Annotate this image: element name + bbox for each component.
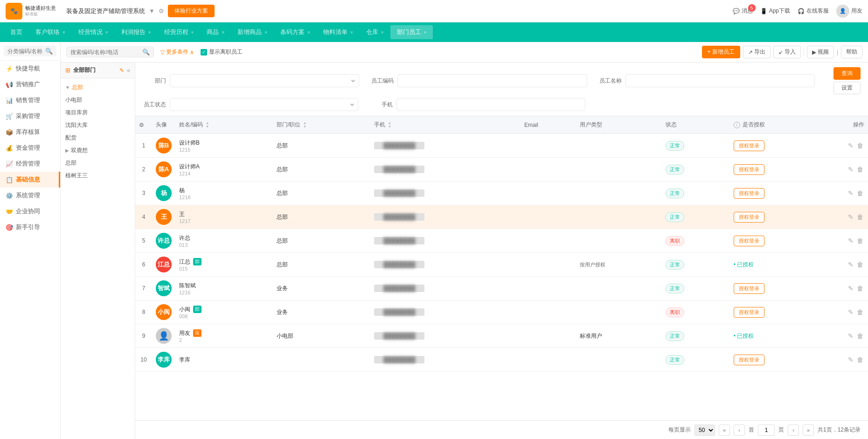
auth-login-btn[interactable]: 授权登录 [734, 236, 764, 246]
tab-operation[interactable]: 经营情况 × [72, 25, 115, 39]
dept-item-distribution[interactable]: 配货 [61, 132, 135, 144]
edit-btn[interactable]: ✎ [848, 261, 854, 268]
tab-profit[interactable]: 利润报告 × [115, 25, 158, 39]
name-sort[interactable]: ▲▼ [206, 121, 209, 129]
dept-collapse-btn[interactable]: « [127, 67, 130, 74]
settings-col-icon[interactable]: ⚙ [139, 122, 144, 128]
dept-item-small-elec[interactable]: 小电部 [61, 94, 135, 106]
app-download-btn[interactable]: 📱 App下载 [760, 7, 790, 15]
delete-btn[interactable]: 🗑 [857, 213, 863, 221]
col-phone: 手机 ▲▼ [370, 116, 521, 134]
dept-edit-icon[interactable]: ✎ [119, 67, 124, 74]
auth-login-btn[interactable]: 授权登录 [734, 355, 764, 365]
auth-info-icon[interactable]: i [734, 122, 740, 128]
prev-page-btn[interactable]: ‹ [734, 425, 745, 436]
search-btn[interactable]: 查询 [833, 67, 861, 80]
sidebar-item-inventory[interactable]: 📦 库存核算 [0, 124, 60, 140]
trial-btn[interactable]: 体验行业方案 [168, 5, 215, 17]
tab-barcode[interactable]: 条码方案 × [274, 25, 317, 39]
delete-btn[interactable]: 🗑 [857, 189, 863, 197]
tab-goods[interactable]: 商品 × [200, 25, 231, 39]
tab-customer[interactable]: 客户联络 × [29, 25, 72, 39]
edit-btn[interactable]: ✎ [848, 308, 854, 316]
service-btn[interactable]: 🎧 在线客服 [798, 7, 829, 15]
row-no: 7 [135, 277, 152, 300]
dept-sort[interactable]: ▲▼ [303, 121, 307, 129]
toolbar-right: + 新增员工 ↗ 导出 ↙ 导入 ▶ 视频 | 帮助 [702, 46, 862, 58]
tab-home[interactable]: 首页 [4, 25, 29, 39]
edit-btn[interactable]: ✎ [848, 356, 854, 363]
video-btn[interactable]: ▶ 视频 [807, 46, 834, 58]
sidebar-item-basic[interactable]: 📋 基础信息 [0, 172, 60, 188]
auth-login-btn[interactable]: 授权登录 [734, 307, 764, 318]
first-page-btn[interactable]: « [719, 425, 730, 436]
dept-item-shenyang[interactable]: 沈阳大库 [61, 119, 135, 132]
employee-name: 设计师B [179, 139, 200, 147]
sidebar-item-finance[interactable]: 💰 资金管理 [0, 140, 60, 156]
table-row: 4 王 王 1217 总部 ████████ 正常 授权登录 ✎ 🗑 [135, 205, 868, 229]
tab-employee[interactable]: 部门员工 × [390, 25, 433, 39]
dept-item-shuanglu[interactable]: ▶ 双鹿想 [61, 144, 135, 157]
auth-login-btn[interactable]: 授权登录 [734, 164, 764, 175]
export-btn[interactable]: ↗ 导出 [743, 46, 771, 58]
table-row: 3 杨 杨 1218 总部 ████████ 正常 授权登录 ✎ 🗑 [135, 181, 868, 205]
tab-history[interactable]: 经营历程 × [158, 25, 201, 39]
show-inactive-toggle[interactable]: ✓ 显示离职员工 [201, 48, 243, 56]
sidebar-item-sales[interactable]: 📊 销售管理 [0, 92, 60, 108]
emp-name-input[interactable] [625, 74, 815, 87]
sidebar-item-shortcut[interactable]: ⚡ 快捷导航 [0, 61, 60, 77]
delete-btn[interactable]: 🗑 [857, 285, 863, 292]
sidebar-item-purchase[interactable]: 🛒 采购管理 [0, 108, 60, 124]
search-input[interactable] [70, 49, 140, 56]
phone-input[interactable] [396, 98, 585, 111]
edit-btn[interactable]: ✎ [848, 142, 854, 149]
tab-bom[interactable]: 物料清单 × [317, 25, 360, 39]
delete-btn[interactable]: 🗑 [857, 332, 863, 340]
sidebar-item-collab[interactable]: 🤝 企业协同 [0, 203, 60, 219]
delete-btn[interactable]: 🗑 [857, 261, 863, 268]
dept-item-zhishu[interactable]: 植树王三 [61, 169, 135, 182]
import-btn[interactable]: ↙ 导入 [773, 46, 801, 58]
edit-btn[interactable]: ✎ [848, 285, 854, 292]
status-select[interactable] [170, 98, 358, 111]
edit-btn[interactable]: ✎ [848, 237, 854, 244]
edit-btn[interactable]: ✎ [848, 332, 854, 340]
title-dropdown-arrow[interactable]: ▼ [149, 7, 155, 14]
last-page-btn[interactable]: » [803, 425, 814, 436]
add-employee-btn[interactable]: + 新增员工 [702, 46, 740, 58]
sidebar-item-operation[interactable]: 📈 经营管理 [0, 156, 60, 172]
sidebar-item-system[interactable]: ⚙️ 系统管理 [0, 188, 60, 203]
dept-item-general[interactable]: ▼ 总部 [61, 81, 135, 94]
auth-login-btn[interactable]: 授权登录 [734, 212, 764, 223]
auth-login-btn[interactable]: 授权登录 [734, 188, 764, 199]
edit-btn[interactable]: ✎ [848, 213, 854, 221]
dept-item-general2[interactable]: 总部 [61, 157, 135, 169]
settings-icon[interactable]: ⚙ [159, 7, 164, 14]
dept-item-project[interactable]: 项目库房 [61, 106, 135, 119]
auth-login-btn[interactable]: 授权登录 [734, 283, 764, 294]
auth-login-btn[interactable]: 授权登录 [734, 140, 764, 151]
tab-warehouse[interactable]: 仓库 × [360, 25, 390, 39]
messages-btn[interactable]: 💬 消息 5 [733, 7, 753, 15]
delete-btn[interactable]: 🗑 [857, 308, 863, 316]
sidebar-item-guide[interactable]: 🎯 新手引导 [0, 219, 60, 235]
per-page-select[interactable]: 50 [694, 425, 715, 436]
sidebar-item-marketing[interactable]: 📢 营销推广 [0, 77, 60, 92]
phone-sort[interactable]: ▲▼ [388, 121, 392, 129]
delete-btn[interactable]: 🗑 [857, 142, 863, 149]
next-page-btn[interactable]: › [788, 425, 799, 436]
sidebar-search-input[interactable] [7, 48, 43, 55]
more-filter-btn[interactable]: ▽ 更多条件 ∧ [158, 47, 197, 57]
edit-btn[interactable]: ✎ [848, 189, 854, 197]
delete-btn[interactable]: 🗑 [857, 237, 863, 244]
emp-code-input[interactable] [397, 74, 587, 87]
edit-btn[interactable]: ✎ [848, 166, 854, 173]
tab-new-goods[interactable]: 新增商品 × [231, 25, 274, 39]
user-area[interactable]: 👤 用友 [836, 5, 862, 18]
reset-btn[interactable]: 设置 [833, 82, 861, 94]
delete-btn[interactable]: 🗑 [857, 166, 863, 173]
page-number-input[interactable] [758, 425, 775, 436]
help-btn[interactable]: 帮助 [841, 46, 862, 58]
delete-btn[interactable]: 🗑 [857, 356, 863, 363]
dept-select[interactable] [170, 74, 359, 87]
